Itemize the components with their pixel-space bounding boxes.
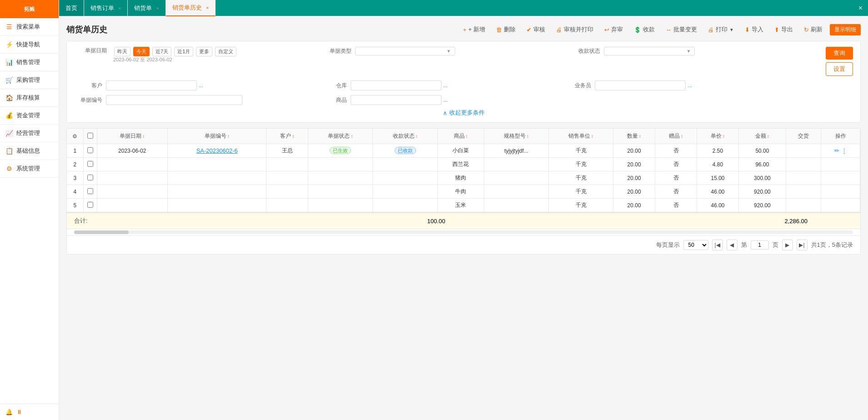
customer-dots-btn[interactable]: ... — [199, 82, 203, 89]
print-button[interactable]: 🖨 打印 ▼ — [704, 24, 738, 35]
salesperson-dots-btn[interactable]: ... — [687, 82, 692, 89]
tab-sales-goods[interactable]: 销货单 × — [128, 0, 166, 16]
filter-settings-button[interactable]: 设置 — [826, 62, 853, 76]
horizontal-scrollbar[interactable] — [67, 229, 860, 235]
th-date[interactable]: 单据日期↕ — [97, 129, 167, 144]
th-price[interactable]: 单价↕ — [697, 129, 739, 144]
select-all-checkbox[interactable] — [87, 133, 93, 139]
batch-change-button[interactable]: ↔ 批量变更 — [662, 24, 701, 35]
tab-sales-goods-close[interactable]: × — [156, 5, 159, 11]
edit-action[interactable]: ✏ — [834, 147, 839, 154]
batch-change-icon: ↔ — [666, 26, 672, 33]
warehouse-input[interactable] — [351, 80, 442, 90]
next-page-btn[interactable]: ▶ — [782, 240, 793, 250]
goods-dots-btn[interactable]: ... — [443, 97, 448, 103]
th-amount[interactable]: 金额↕ — [738, 129, 786, 144]
row-qty: 20.00 — [613, 144, 655, 158]
doc-number-input[interactable] — [106, 95, 242, 105]
review-print-button[interactable]: 🖨 审核并打印 — [552, 24, 597, 35]
th-spec[interactable]: 规格型号↕ — [484, 129, 548, 144]
table-settings-col[interactable]: ⚙ — [67, 129, 83, 144]
doc-number-link[interactable]: SA-20230602-6 — [196, 147, 238, 154]
sidebar-item-sys-mgmt[interactable]: ⚙ 系统管理 — [0, 160, 59, 178]
th-payment-status[interactable]: 收款状态↕ — [373, 129, 437, 144]
discard-button[interactable]: ↩ 弃审 — [601, 24, 627, 35]
sidebar-item-search-menu[interactable]: ☰ 搜索菜单 — [0, 18, 59, 36]
tab-sales-history[interactable]: 销货单历史 × — [166, 0, 216, 16]
toolbar-actions: + + 新增 🗑 删除 ✔ 审核 🖨 审核并打印 ↩ 弃审 — [459, 24, 861, 35]
row-action — [821, 158, 860, 171]
row-select-checkbox[interactable] — [87, 175, 93, 180]
sidebar-item-operations[interactable]: 📈 经营管理 — [0, 125, 59, 142]
delete-button[interactable]: 🗑 删除 — [492, 24, 519, 35]
date-btn-more[interactable]: 更多 — [196, 47, 212, 56]
doc-type-select[interactable]: ▼ — [355, 47, 455, 55]
pause-icon[interactable]: ⏸ — [16, 409, 22, 415]
new-button[interactable]: + + 新增 — [459, 24, 489, 35]
collect-button[interactable]: 💲 收款 — [630, 24, 658, 35]
sidebar-item-sales-mgmt[interactable]: 📊 销售管理 — [0, 54, 59, 71]
sidebar-item-quick-nav[interactable]: ⚡ 快捷导航 — [0, 36, 59, 54]
row-checkbox[interactable] — [83, 185, 97, 199]
date-btn-today[interactable]: 今天 — [133, 47, 150, 56]
refresh-button[interactable]: ↻ 刷新 — [800, 24, 826, 35]
row-customer — [266, 185, 308, 199]
prev-page-btn[interactable]: ◀ — [727, 240, 738, 250]
import-button[interactable]: ⬇ 导入 — [741, 24, 767, 35]
review-button[interactable]: ✔ 审核 — [523, 24, 549, 35]
show-details-button[interactable]: 显示明细 — [830, 24, 861, 35]
tab-sales-order-close[interactable]: × — [118, 5, 121, 11]
sidebar-item-basic-info[interactable]: 📋 基础信息 — [0, 142, 59, 160]
row-select-checkbox[interactable] — [87, 147, 93, 153]
row-select-checkbox[interactable] — [87, 202, 93, 208]
more-action[interactable]: ⋮ — [841, 147, 847, 154]
export-button[interactable]: ⬆ 导出 — [771, 24, 797, 35]
th-goods[interactable]: 商品↕ — [437, 129, 484, 144]
last-page-btn[interactable]: ▶| — [797, 240, 808, 250]
notification-icon[interactable]: 🔔 — [5, 409, 13, 415]
scrollbar-thumb[interactable] — [74, 230, 129, 234]
sidebar-item-purchase-mgmt[interactable]: 🛒 采购管理 — [0, 71, 59, 89]
page-size-select[interactable]: 50 100 200 — [683, 240, 708, 250]
sidebar-item-label: 快捷导航 — [16, 40, 40, 49]
row-checkbox[interactable] — [83, 144, 97, 158]
th-qty[interactable]: 数量↕ — [613, 129, 655, 144]
sidebar-item-finance[interactable]: 💰 资金管理 — [0, 107, 59, 125]
th-doc-number[interactable]: 单据编号↕ — [167, 129, 266, 144]
page-size-label: 每页显示 — [656, 241, 680, 249]
page-number-input[interactable] — [751, 240, 769, 250]
th-unit[interactable]: 销售单位↕ — [549, 129, 613, 144]
th-gift[interactable]: 赠品↕ — [655, 129, 697, 144]
discard-icon: ↩ — [604, 26, 609, 33]
date-btn-7days[interactable]: 近7天 — [152, 47, 171, 56]
window-close-btn[interactable]: × — [853, 4, 868, 12]
row-qty: 20.00 — [613, 171, 655, 185]
row-checkbox[interactable] — [83, 171, 97, 185]
row-checkbox[interactable] — [83, 199, 97, 212]
row-doc-number: SA-20230602-6 — [167, 144, 266, 158]
row-select-checkbox[interactable] — [87, 161, 93, 167]
customer-input[interactable] — [106, 80, 197, 90]
tab-sales-order[interactable]: 销售订单 × — [84, 0, 128, 16]
th-doc-status[interactable]: 单据状态↕ — [308, 129, 373, 144]
date-btn-yesterday[interactable]: 昨天 — [114, 47, 130, 56]
query-button[interactable]: 查询 — [826, 47, 853, 60]
first-page-btn[interactable]: |◀ — [712, 240, 723, 250]
tab-sales-history-close[interactable]: × — [206, 5, 209, 10]
tab-home[interactable]: 首页 — [59, 0, 84, 16]
payment-status-select[interactable]: ▼ — [604, 47, 695, 55]
collapse-filter-btn[interactable]: ∧ 收起更多条件 — [443, 109, 485, 117]
date-btn-custom[interactable]: 自定义 — [215, 47, 236, 56]
goods-input[interactable] — [351, 95, 442, 105]
row-select-checkbox[interactable] — [87, 188, 93, 194]
warehouse-dots-btn[interactable]: ... — [443, 82, 448, 89]
salesperson-input[interactable] — [595, 80, 686, 90]
row-checkbox[interactable] — [83, 158, 97, 171]
row-doc-number — [167, 171, 266, 185]
table-row: 2 西兰花 千克 20.00 否 4.80 96.00 — [67, 158, 860, 171]
sidebar-item-inventory[interactable]: 🏠 库存核算 — [0, 89, 59, 107]
table-check-col[interactable] — [83, 129, 97, 144]
date-btn-1month[interactable]: 近1月 — [174, 47, 193, 56]
scrollbar-track[interactable] — [74, 230, 853, 234]
th-customer[interactable]: 客户↕ — [266, 129, 308, 144]
